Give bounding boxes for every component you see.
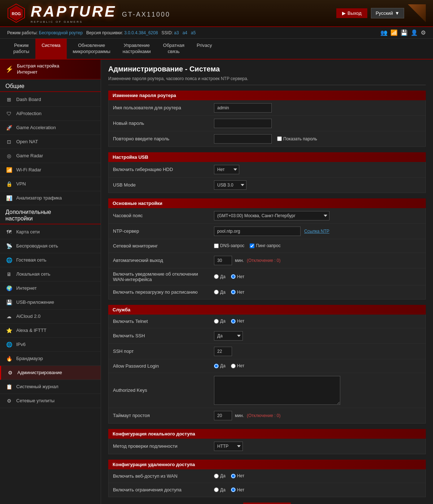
- sidebar-item-aiprotection[interactable]: 🛡 AiProtection: [0, 107, 101, 121]
- wan-no-radio[interactable]: [231, 274, 236, 279]
- ssid-a3-link[interactable]: a3: [174, 30, 179, 35]
- language-button[interactable]: Русский ▼: [371, 8, 404, 18]
- sidebar-item-firewall[interactable]: 🔥 Брандмауэр: [0, 352, 101, 366]
- sidebar-item-wifi-radar[interactable]: 📶 Wi-Fi Radar: [0, 163, 101, 177]
- show-password-checkbox-label[interactable]: Показать пароль: [277, 136, 317, 141]
- sidebar-item-dashboard[interactable]: ⊞ Dash Board: [0, 93, 101, 107]
- hdd-hibernate-select[interactable]: Нет Да: [214, 165, 239, 174]
- wan-access-no-radio[interactable]: [231, 474, 236, 478]
- reboot-no-radio[interactable]: [231, 290, 236, 294]
- sidebar-item-game-radar[interactable]: ◎ Game Radar: [0, 149, 101, 163]
- wan-yes-radio[interactable]: [214, 274, 219, 279]
- usb-mode-row: USB Mode USB 3.0 USB 2.0: [109, 178, 425, 193]
- sidebar-item-admin[interactable]: ⚙ Администрирование: [0, 366, 101, 380]
- users-icon[interactable]: 👥: [380, 29, 388, 36]
- authorized-keys-textarea[interactable]: [214, 376, 340, 405]
- new-password-input[interactable]: [214, 119, 272, 128]
- access-limit-yes-radio[interactable]: [214, 487, 219, 492]
- pw-login-no-radio[interactable]: [231, 364, 236, 368]
- ping-checkbox[interactable]: [250, 244, 254, 248]
- reboot-schedule-label: Включить перезагрузку по расписанию: [113, 289, 214, 295]
- ntp-input[interactable]: [214, 227, 301, 236]
- timezone-select[interactable]: (GMT+03:00) Москва, Санкт-Петербург: [214, 211, 329, 220]
- status-bar: Режим работы: Беспроводной роутер Версия…: [0, 27, 433, 39]
- wan-access-yes-label[interactable]: Да: [214, 473, 226, 478]
- timeout-input[interactable]: [214, 411, 232, 420]
- usb-section-header: Настройка USB: [108, 152, 426, 162]
- sidebar-item-label: VPN: [16, 181, 26, 187]
- wifi-icon[interactable]: 📶: [390, 29, 398, 36]
- auth-method-select[interactable]: HTTP HTTPS: [214, 442, 243, 451]
- telnet-no-radio[interactable]: [231, 319, 236, 324]
- sidebar-item-traffic[interactable]: 📊 Анализатор трафика: [0, 191, 101, 205]
- tab-manage[interactable]: Управление настройками: [117, 39, 157, 59]
- wan-access-no-label[interactable]: Нет: [231, 473, 244, 478]
- quick-setup-item[interactable]: ⚡ Быстрая настройка Интернет: [0, 60, 101, 79]
- sidebar-item-guest-net[interactable]: 🌐 Гостевая сеть: [0, 253, 101, 267]
- apply-button[interactable]: Применить: [243, 503, 291, 504]
- pw-login-yes-label[interactable]: Да: [214, 363, 226, 368]
- access-limit-no-label[interactable]: Нет: [231, 487, 244, 492]
- ssid-a5-link[interactable]: a5: [191, 30, 196, 35]
- auto-logout-input[interactable]: [214, 256, 232, 265]
- sidebar-item-network-map[interactable]: 🗺 Карта сети: [0, 225, 101, 239]
- main-layout: ⚡ Быстрая настройка Интернет Общие ⊞ Das…: [0, 60, 433, 504]
- wan-no-label[interactable]: Нет: [231, 274, 244, 279]
- firmware-link[interactable]: 3.0.0.4.384_6208: [124, 30, 158, 35]
- sidebar-item-syslog[interactable]: 📋 Системный журнал: [0, 380, 101, 394]
- pw-login-yes-radio[interactable]: [214, 364, 219, 368]
- exit-button[interactable]: ▶ Выход: [336, 8, 367, 18]
- alexa-icon: ⭐: [5, 327, 13, 334]
- telnet-yes-radio[interactable]: [214, 319, 219, 324]
- rocket-icon: 🚀: [5, 124, 13, 131]
- mode-link[interactable]: Беспроводной роутер: [39, 30, 83, 35]
- reboot-yes-radio[interactable]: [214, 290, 219, 294]
- access-limit-no-radio[interactable]: [231, 487, 236, 492]
- usb-icon[interactable]: 💾: [401, 29, 408, 36]
- ssid-a4-link[interactable]: a4: [183, 30, 187, 35]
- usb-mode-select[interactable]: USB 3.0 USB 2.0: [214, 180, 246, 190]
- logo-area: ROG RAPTURE GT-AX11000 REPUBLIC OF GAMER…: [7, 3, 170, 23]
- person-icon[interactable]: 👤: [411, 29, 418, 36]
- telnet-no-label[interactable]: Нет: [231, 319, 244, 324]
- monitoring-label: Сетевой мониторинг: [113, 243, 214, 249]
- tab-system[interactable]: Система: [35, 39, 66, 59]
- vpn-icon: 🔒: [5, 180, 13, 188]
- wan-access-yes-radio[interactable]: [214, 474, 219, 478]
- sidebar-item-usb-app[interactable]: 💾 USB-приложение: [0, 295, 101, 310]
- telnet-yes-label[interactable]: Да: [214, 319, 226, 324]
- sidebar-item-wireless[interactable]: 📡 Беспроводная сеть: [0, 239, 101, 253]
- reboot-no-label[interactable]: Нет: [231, 290, 244, 295]
- sidebar-item-lan[interactable]: 🖥 Локальная сеть: [0, 267, 101, 281]
- sidebar-item-ipv6[interactable]: 🌐 IPv6: [0, 338, 101, 352]
- sidebar-item-open-nat[interactable]: ⊡ Open NAT: [0, 135, 101, 149]
- tab-privacy[interactable]: Privacy: [191, 39, 218, 59]
- settings-icon[interactable]: ⚙: [421, 29, 426, 36]
- sidebar-item-alexa[interactable]: ⭐ Alexa & IFTTT: [0, 324, 101, 338]
- confirm-password-input[interactable]: [214, 134, 272, 144]
- access-limit-yes-label[interactable]: Да: [214, 487, 226, 492]
- tab-firmware[interactable]: Обновление микропрограммы: [67, 39, 117, 59]
- sidebar-item-game-acceleration[interactable]: 🚀 Game Acceleration: [0, 121, 101, 135]
- sidebar-item-vpn[interactable]: 🔒 VPN: [0, 177, 101, 191]
- tab-feedback[interactable]: Обратная связь: [157, 39, 191, 59]
- sidebar-item-net-utils[interactable]: ⚙ Сетевые утилиты: [0, 394, 101, 408]
- wan-yes-label[interactable]: Да: [214, 274, 226, 279]
- ssh-port-input[interactable]: [214, 347, 232, 356]
- sidebar-item-aicloud[interactable]: ☁ AiCloud 2.0: [0, 310, 101, 324]
- show-password-checkbox[interactable]: [277, 136, 282, 141]
- hdd-hibernate-row: Включить гибернацию HDD Нет Да: [109, 162, 425, 178]
- password-login-radios: Да Нет: [214, 363, 244, 368]
- ssh-select[interactable]: Да Нет: [214, 331, 243, 341]
- pw-login-no-label[interactable]: Нет: [231, 363, 244, 368]
- tab-mode[interactable]: Режим работы: [7, 39, 35, 59]
- sidebar-item-label: Alexa & IFTTT: [16, 328, 47, 333]
- sidebar-item-internet[interactable]: 🌍 Интернет: [0, 281, 101, 295]
- dns-check-label[interactable]: DNS-запрос: [214, 243, 244, 248]
- username-input[interactable]: [214, 103, 272, 113]
- reboot-yes-label[interactable]: Да: [214, 290, 226, 295]
- ping-check-label[interactable]: Пинг-запрос: [250, 243, 280, 248]
- usb-section-body: Включить гибернацию HDD Нет Да USB Mode …: [108, 162, 426, 193]
- dns-checkbox[interactable]: [214, 244, 219, 248]
- ntp-link[interactable]: Ссылка NTP: [304, 229, 329, 234]
